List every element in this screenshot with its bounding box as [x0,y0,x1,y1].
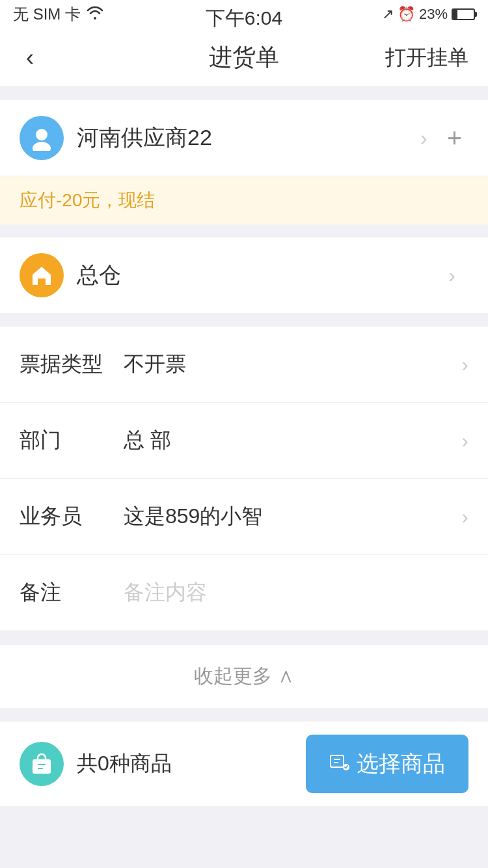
salesperson-row[interactable]: 业务员 这是859的小智 › [0,479,488,555]
department-label: 部门 [20,426,124,455]
department-chevron-icon: › [461,429,468,453]
notice-text: 应付-20元，现结 [20,190,155,210]
status-right: ↗ ⏰ 23% [382,6,475,23]
invoice-type-label: 票据类型 [20,350,124,379]
open-pending-button[interactable]: 打开挂单 [385,44,468,72]
department-row[interactable]: 部门 总 部 › [0,403,488,479]
supplier-section: 河南供应商22 › + 应付-20元，现结 [0,100,488,224]
warehouse-row[interactable]: 总仓 › [0,237,488,314]
form-section: 票据类型 不开票 › 部门 总 部 › 业务员 这是859的小智 › 备注 备注… [0,327,488,631]
svg-rect-4 [331,755,344,767]
svg-point-1 [33,142,51,151]
salesperson-chevron-icon: › [461,505,468,529]
page-title: 进货单 [209,42,279,74]
warehouse-chevron-icon: › [448,264,455,288]
invoice-type-value: 不开票 [124,350,455,379]
top-divider [0,87,488,100]
remark-label: 备注 [20,578,124,607]
supplier-name: 河南供应商22 [77,123,420,153]
notice-bar: 应付-20元，现结 [0,176,488,224]
product-count: 共0种商品 [77,750,306,778]
house-icon [29,263,54,288]
status-bar: 无 SIM 卡 下午6:04 ↗ ⏰ 23% [0,0,488,29]
supplier-avatar [20,116,64,160]
battery-percent: 23% [419,6,448,23]
warehouse-section: 总仓 › [0,237,488,314]
warehouse-name: 总仓 [77,260,448,290]
alarm-icon: ⏰ [398,6,415,23]
supplier-chevron-icon: › [420,126,427,150]
remark-value: 备注内容 [124,578,468,607]
battery-icon [452,8,475,20]
person-icon [29,125,55,151]
select-product-button[interactable]: 选择商品 [306,735,468,793]
back-button[interactable]: ‹ [20,38,40,78]
select-product-icon [329,753,350,776]
status-carrier: 无 SIM 卡 [13,4,104,25]
svg-rect-2 [38,278,46,285]
page-background [0,806,488,868]
shopping-bag-icon [29,752,54,776]
warehouse-icon-circle [20,253,64,297]
select-product-label: 选择商品 [357,749,445,779]
salesperson-label: 业务员 [20,502,124,531]
status-time: 下午6:04 [206,5,282,32]
bottom-bar: 共0种商品 选择商品 [0,721,488,806]
svg-point-0 [36,129,47,141]
invoice-type-row[interactable]: 票据类型 不开票 › [0,327,488,403]
svg-rect-3 [33,759,51,774]
remark-row[interactable]: 备注 备注内容 [0,555,488,631]
wifi-icon [86,5,104,23]
salesperson-value: 这是859的小智 [124,502,455,531]
add-supplier-button[interactable]: + [441,124,468,153]
invoice-chevron-icon: › [461,353,468,377]
nav-bar: ‹ 进货单 打开挂单 [0,29,488,87]
product-icon-circle [20,742,64,786]
collapse-button[interactable]: 收起更多 ∧ [0,644,488,708]
location-icon: ↗ [382,6,394,23]
department-value: 总 部 [124,426,455,455]
supplier-row[interactable]: 河南供应商22 › + [0,100,488,176]
